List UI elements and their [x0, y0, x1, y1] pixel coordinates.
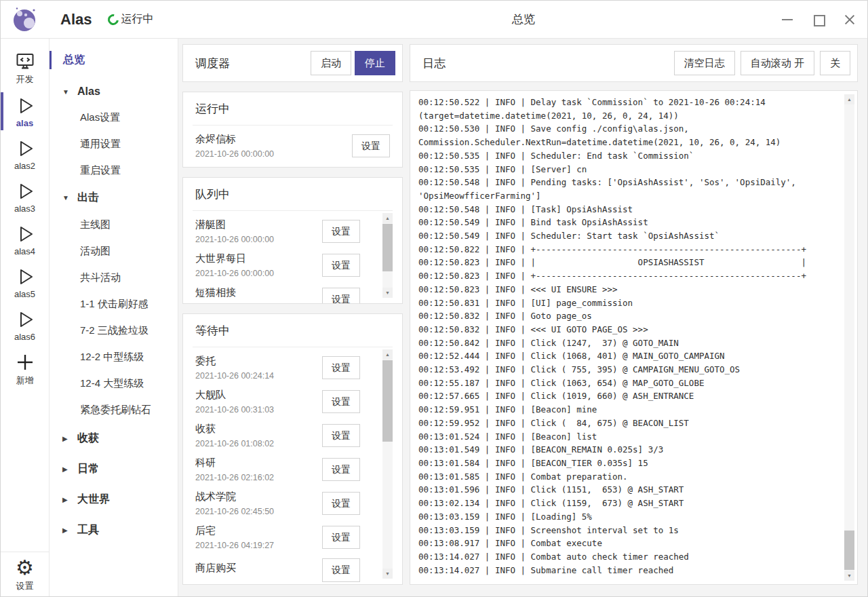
stop-button[interactable]: 停止 [355, 51, 395, 75]
running-panel-title: 运行中 [183, 92, 402, 125]
minimize-icon[interactable] [782, 14, 793, 25]
waiting-panel: 等待中 委托 2021-10-26 00:24:14 设置 [182, 313, 403, 585]
menu-group-alas[interactable]: ▼ Alas [50, 79, 178, 104]
task-time: 2021-10-26 00:00:00 [195, 303, 322, 304]
scroll-up-icon[interactable]: ▲ [382, 213, 393, 223]
rail-item-add[interactable]: 新增 [1, 347, 49, 391]
rail-item-label: alas6 [14, 332, 35, 342]
task-time: 2021-10-26 00:31:03 [195, 405, 322, 415]
menu-item[interactable]: 12-2 中型练级 [50, 344, 178, 370]
close-icon[interactable] [844, 14, 855, 25]
rail-item-alas[interactable]: alas [1, 90, 49, 132]
task-settings-button[interactable]: 设置 [322, 254, 360, 277]
menu-group-label: 出击 [77, 191, 99, 205]
task-time: 2021-10-26 00:00:00 [195, 269, 322, 278]
task-name: 收获 [195, 423, 322, 436]
log-scrollbar[interactable]: ▲ ▼ [844, 94, 854, 581]
nav-rail: 开发 alas alas2 alas3 [1, 39, 50, 597]
menu-item-overview[interactable]: 总览 [50, 50, 178, 71]
menu-item[interactable]: 主线图 [50, 212, 178, 238]
task-row: 后宅 2021-10-26 04:19:27 设置 [195, 520, 360, 554]
rail-item-alas6[interactable]: alas6 [1, 304, 49, 346]
scroll-down-icon[interactable]: ▼ [844, 571, 854, 581]
menu-group-opsi[interactable]: ▶ 大世界 [50, 484, 178, 515]
menu-item[interactable]: 通用设置 [50, 131, 178, 157]
rail-item-alas4[interactable]: alas4 [1, 218, 49, 261]
rail-item-label: alas3 [14, 204, 35, 214]
autoscroll-toggle-button[interactable]: 自动滚动 开 [741, 51, 814, 75]
menu-group-label: Alas [77, 85, 100, 98]
log-title: 日志 [422, 56, 446, 71]
maximize-icon[interactable] [813, 14, 824, 25]
rail-item-label: alas2 [14, 161, 35, 171]
task-time: 2021-10-26 00:00:00 [195, 149, 352, 159]
rail-item-alas3[interactable]: alas3 [1, 176, 49, 218]
task-settings-button[interactable]: 设置 [352, 134, 390, 158]
autoscroll-off-button[interactable]: 关 [820, 51, 850, 75]
task-row: 大舰队 2021-10-26 00:31:03 设置 [195, 385, 360, 419]
task-name: 商店购买 [195, 562, 322, 575]
menu-item[interactable]: 重启设置 [50, 157, 178, 184]
code-monitor-icon [15, 50, 35, 72]
rail-item-label: alas [16, 118, 33, 128]
task-settings-button[interactable]: 设置 [322, 558, 360, 582]
waiting-scrollbar[interactable]: ▲ ▼ [382, 349, 393, 579]
scroll-up-icon[interactable]: ▲ [844, 94, 854, 104]
task-settings-button[interactable]: 设置 [322, 288, 360, 304]
chevron-right-icon: ▶ [62, 496, 71, 503]
task-settings-button[interactable]: 设置 [322, 526, 360, 550]
menu-item[interactable]: 活动图 [50, 238, 178, 265]
menu-group-sortie-items: 主线图活动图共斗活动1-1 伏击刷好感7-2 三战捡垃圾12-2 中型练级12-… [50, 212, 178, 423]
task-time: 2021-10-26 02:45:50 [195, 507, 322, 516]
rail-item-alas5[interactable]: alas5 [1, 261, 49, 303]
pending-scrollbar[interactable]: ▲ ▼ [382, 213, 393, 298]
menu-item[interactable]: 紧急委托刷钻石 [50, 397, 178, 423]
play-icon [15, 95, 35, 117]
task-time: 2021-10-26 01:08:02 [195, 439, 322, 448]
task-name: 委托 [195, 355, 322, 368]
menu-group-sortie[interactable]: ▼ 出击 [50, 184, 178, 212]
chevron-right-icon: ▶ [62, 435, 71, 442]
task-row: 短猫相接 2021-10-26 00:00:00 设置 [195, 282, 360, 304]
scrollbar-thumb[interactable] [844, 531, 854, 570]
task-row: 委托 2021-10-26 00:24:14 设置 [195, 351, 360, 385]
menu-group-reward[interactable]: ▶ 收获 [50, 423, 178, 454]
menu-group-tools[interactable]: ▶ 工具 [50, 515, 178, 545]
task-name: 战术学院 [195, 490, 322, 503]
task-settings-button[interactable]: 设置 [322, 458, 360, 482]
rail-item-alas2[interactable]: alas2 [1, 133, 49, 175]
page-title: 总览 [512, 12, 535, 27]
scrollbar-thumb[interactable] [382, 224, 393, 271]
scroll-down-icon[interactable]: ▼ [382, 288, 393, 298]
scrollbar-thumb[interactable] [382, 360, 393, 442]
task-name: 后宅 [195, 524, 322, 537]
menu-item[interactable]: 1-1 伏击刷好感 [50, 291, 178, 317]
task-row: 余烬信标 2021-10-26 00:00:00 设置 [195, 129, 390, 163]
menu-group-alas-items: Alas设置通用设置重启设置 [50, 104, 178, 184]
task-settings-button[interactable]: 设置 [322, 492, 360, 516]
task-settings-button[interactable]: 设置 [322, 356, 360, 380]
task-settings-button[interactable]: 设置 [322, 390, 360, 414]
menu-item[interactable]: 7-2 三战捡垃圾 [50, 317, 178, 344]
running-spinner-icon [106, 12, 121, 26]
rail-item-dev[interactable]: 开发 [1, 45, 49, 90]
app-title: Alas [60, 11, 92, 28]
rail-item-settings[interactable]: ⚙ 设置 [1, 552, 49, 596]
plus-icon [15, 351, 35, 373]
scroll-up-icon[interactable]: ▲ [382, 349, 393, 360]
menu-item[interactable]: Alas设置 [50, 104, 178, 131]
menu-item[interactable]: 共斗活动 [50, 265, 178, 291]
menu-item[interactable]: 12-4 大型练级 [50, 370, 178, 397]
scroll-down-icon[interactable]: ▼ [382, 569, 393, 579]
content-area: 调度器 启动 停止 运行中 余烬信标 [178, 39, 867, 597]
task-name: 科研 [195, 457, 322, 469]
start-button[interactable]: 启动 [311, 51, 351, 75]
task-settings-button[interactable]: 设置 [322, 424, 360, 448]
menu-group-daily[interactable]: ▶ 日常 [50, 454, 178, 484]
waiting-task-list: 委托 2021-10-26 00:24:14 设置 大舰队 2021-10-26… [183, 347, 402, 585]
clear-log-button[interactable]: 清空日志 [674, 51, 735, 75]
play-icon [15, 309, 35, 330]
gear-icon: ⚙ [16, 557, 34, 579]
menu-group-label: 收获 [77, 431, 99, 446]
task-settings-button[interactable]: 设置 [322, 220, 360, 244]
